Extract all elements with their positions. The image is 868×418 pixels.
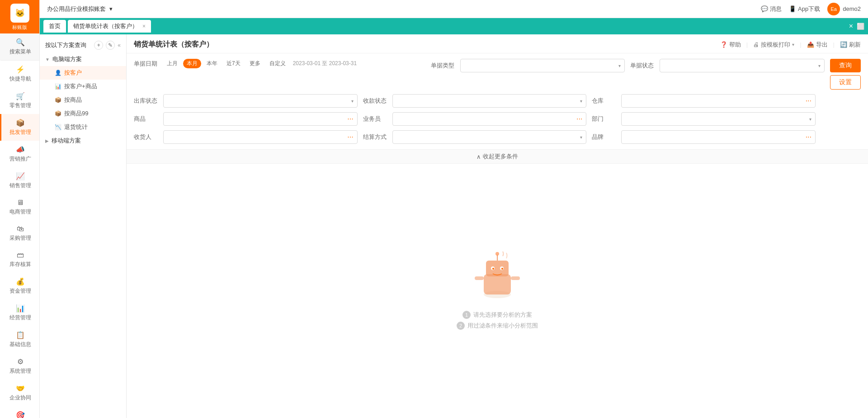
sidebar-item-finance[interactable]: 💰 资金管理 [0,273,39,299]
sidebar-item-basic[interactable]: 📋 基础信息 [0,326,39,353]
top-nav: 办公用品行业模拟账套 ▾ 💬 消息 📱 App下载 Ea demo2 [40,0,868,18]
desktop-group-arrow: ▼ [45,57,50,62]
svg-rect-8 [511,276,520,280]
product-input[interactable]: ··· [163,112,358,126]
tab-bar: 首页 销货单统计表（按客户） × × ⬜ [40,18,868,34]
order-status-dropdown[interactable]: ▾ [660,59,825,72]
collapse-arrow-icon: ∧ [476,153,481,160]
date-tab-more[interactable]: 更多 [246,59,264,68]
help-label: 帮助 [729,41,741,49]
app-download-button[interactable]: 📱 App下载 [789,5,820,13]
filter-area: 单据日期 上月 本月 本年 近7天 更多 自定义 2023-03-01 至 20… [127,53,868,150]
empty-hint1: 1 请先选择要分析的方案 [462,311,532,319]
warehouse-label: 仓库 [592,97,621,105]
sidebar-item-retail[interactable]: 🛒 零售管理 [0,87,39,114]
scheme-item-return[interactable]: 📉 退货统计 [40,120,126,134]
sidebar-item-collab[interactable]: 🤝 企业协同 [0,380,39,406]
tab-sales-stats[interactable]: 销货单统计表（按客户） × [68,20,151,33]
tab-home[interactable]: 首页 [43,20,66,33]
sidebar-item-inventory[interactable]: 🗃 库存核算 [0,247,39,273]
scheme-collapse-button[interactable]: « [118,42,121,48]
scheme-panel: 按以下方案查询 + ✎ « ▼ 电脑端方案 👤 按客户 📊 按 [40,34,127,418]
scheme-item-product99[interactable]: 📦 按商品99 [40,107,126,120]
receiver-input[interactable]: ··· [163,130,358,144]
sidebar-menu: 🔍 搜索菜单 ⚡ 快捷导航 🛒 零售管理 📦 批发管理 📣 营销推广 📈 销售管… [0,33,39,418]
date-range-display: 2023-03-01 至 2023-03-31 [293,60,357,67]
brand-dots: ··· [806,133,811,141]
department-dropdown[interactable]: ▾ [621,112,816,126]
date-tab-this-month[interactable]: 本月 [183,59,201,68]
export-label: 导出 [816,41,828,49]
out-status-dropdown[interactable]: ▾ [163,94,358,108]
message-button[interactable]: 💬 消息 [761,5,782,13]
department-arrow: ▾ [809,117,811,122]
receive-status-dropdown[interactable]: ▾ [392,94,587,108]
window-close-button[interactable]: × [849,22,853,30]
scheme-desktop-group-header[interactable]: ▼ 电脑端方案 [40,52,126,66]
settle-method-label: 结算方式 [363,133,392,141]
settle-method-arrow: ▾ [580,135,582,140]
settle-method-dropdown[interactable]: ▾ [392,130,587,144]
mobile-group-label: 移动端方案 [52,137,81,145]
settings-button[interactable]: 设置 [830,75,861,90]
sidebar-item-sales[interactable]: 📈 销售管理 [0,167,39,194]
receiver-dots: ··· [347,133,353,141]
scheme-item-product-label: 按商品 [64,96,82,104]
divider2: | [800,41,801,48]
date-tab-last-month[interactable]: 上月 [163,59,181,68]
date-tab-custom[interactable]: 自定义 [266,59,289,68]
top-nav-left: 办公用品行业模拟账套 ▾ [47,5,113,13]
sidebar-item-wholesale[interactable]: 📦 批发管理 [0,114,39,141]
scheme-item-product[interactable]: 📦 按商品 [40,93,126,107]
empty-icon [470,249,524,304]
window-maximize-button[interactable]: ⬜ [857,23,864,30]
sidebar-item-label: 销售管理 [9,182,31,190]
help-button[interactable]: ❓ 帮助 [720,41,741,49]
sidebar-item-quick-nav[interactable]: ⚡ 快捷导航 [0,61,39,87]
top-nav-arrow[interactable]: ▾ [109,5,113,12]
scheme-item-customer[interactable]: 👤 按客户 [40,66,126,80]
print-button[interactable]: 🖨 按模板打印 ▾ [753,41,794,49]
salesperson-dots: ··· [576,115,582,123]
hint2-num: 2 [457,322,465,330]
system-icon: ⚙ [17,357,24,366]
avatar: Ea [827,3,840,15]
sidebar-item-guide[interactable]: 🎯 新手引导 [0,406,39,418]
sidebar-item-search[interactable]: 🔍 搜索菜单 [0,33,39,61]
sidebar-item-ecommerce[interactable]: 🖥 电商管理 [0,194,39,220]
user-profile-button[interactable]: Ea demo2 [827,3,861,15]
date-label: 单据日期 [134,60,163,68]
brand-input[interactable]: ··· [621,130,816,144]
collapse-bar[interactable]: ∧ 收起更多条件 [127,150,868,164]
main-content: 办公用品行业模拟账套 ▾ 💬 消息 📱 App下载 Ea demo2 首页 [40,0,868,418]
salesperson-input[interactable]: ··· [392,112,587,126]
export-button[interactable]: 📤 导出 [807,41,828,49]
product-label: 商品 [134,115,163,123]
order-type-dropdown[interactable]: ▾ [460,59,625,72]
scheme-edit-button[interactable]: ✎ [106,41,115,50]
scheme-add-button[interactable]: + [94,41,103,50]
refresh-label: 刷新 [849,41,861,49]
scheme-mobile-group-header[interactable]: ▶ 移动端方案 [40,134,126,147]
warehouse-input[interactable]: ··· [621,94,816,108]
sidebar-item-label: 库存核算 [9,261,31,268]
tab-sales-stats-label: 销货单统计表（按客户） [73,22,138,30]
scheme-item-customer-product[interactable]: 📊 按客户+商品 [40,80,126,93]
date-tab-7days[interactable]: 近7天 [223,59,244,68]
page-header-actions: ❓ 帮助 | 🖨 按模板打印 ▾ | 📤 导出 | [720,41,861,49]
app-download-icon: 📱 [789,5,796,12]
logo-text: 标账版 [12,24,27,31]
query-button[interactable]: 查询 [830,59,861,72]
product-icon: 📦 [54,96,61,104]
scheme-panel-title: 按以下方案查询 [45,41,86,49]
sidebar-item-marketing[interactable]: 📣 营销推广 [0,141,39,167]
sidebar-item-system[interactable]: ⚙ 系统管理 [0,353,39,380]
finance-icon: 💰 [16,277,25,286]
sidebar-item-management[interactable]: 📊 经营管理 [0,299,39,326]
date-tab-this-year[interactable]: 本年 [203,59,221,68]
tab-close-button[interactable]: × [142,23,146,29]
empty-hint2: 2 用过滤条件来缩小分析范围 [457,322,538,330]
sidebar-item-purchase[interactable]: 🛍 采购管理 [0,220,39,247]
refresh-button[interactable]: 🔄 刷新 [840,41,861,49]
search-icon: 🔍 [16,38,25,47]
